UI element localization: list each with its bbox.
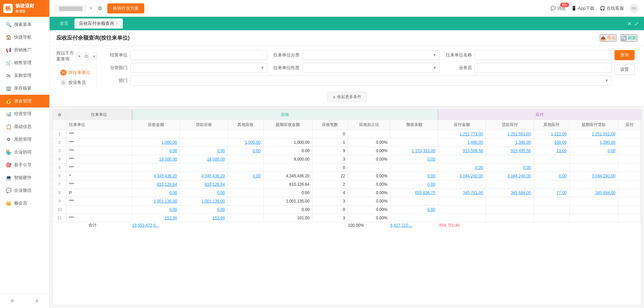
- filter-row-2: 分管部门 ▼ 往来单位性质 ▼ 业务员: [101, 63, 612, 73]
- marketing-icon: 📢: [5, 47, 11, 53]
- page-container: 应收应付余额查询(按往来单位) 📤 导出 🔄 刷新 按以下方案查询: [50, 30, 644, 308]
- total-other-pay: [534, 222, 569, 228]
- industry-btn[interactable]: 体验行业方案: [107, 3, 144, 13]
- col-group-row: ⚙ 往来单位 应收 应付: [53, 110, 641, 120]
- breadcrumb-area: ▓▓▓▓▓▓▓▓ ▼ ⚙ 体验行业方案: [55, 3, 546, 13]
- sidebar-item-wechat[interactable]: 💬 企业微信: [0, 184, 49, 197]
- total-prepay[interactable]: 6,417,215....: [390, 222, 438, 228]
- filter-item-name: 往来单位名称: [445, 50, 612, 60]
- collapse-conditions-btn[interactable]: ∧ 收起更多条件: [327, 92, 367, 102]
- filter-input-unit[interactable]: ···: [130, 50, 267, 60]
- chevron-icon-2: ▼: [260, 65, 264, 70]
- dots-icon: ···: [261, 53, 264, 57]
- filter-label-nature: 往来单位性质: [273, 65, 300, 71]
- guide-icon: 🎯: [5, 162, 11, 168]
- chevron-icon-1: ▼: [433, 53, 437, 57]
- collapse-filter-btn[interactable]: «: [92, 52, 96, 60]
- settings-header[interactable]: ⚙: [53, 110, 66, 120]
- sidebar-item-label: 营销推广: [14, 47, 32, 53]
- sidebar-item-corp[interactable]: 🏪 企业协同: [0, 146, 49, 159]
- sidebar-item-label: 系统管理: [14, 136, 32, 142]
- filter-input-salesman[interactable]: ···: [475, 63, 612, 73]
- sidebar-item-guide[interactable]: 🎯 新手引导: [0, 159, 49, 171]
- filter-item-category: 往来单位分类 ▼: [273, 50, 439, 60]
- sidebar-item-quick[interactable]: 🏠 快捷导航: [0, 31, 49, 44]
- table-row: 8P0.000.000.0040.00%655,636.75345,761.00…: [53, 189, 641, 197]
- collapse-btn[interactable]: ⏸: [33, 297, 41, 305]
- scheme-icon-unit: 畅: [60, 70, 66, 76]
- filter-label-salesman: 业务员: [445, 65, 472, 71]
- settings-filter-btn[interactable]: ⊙: [84, 52, 89, 60]
- tab-bar-right: ✕ ⤢: [627, 20, 639, 27]
- sidebar-item-label: 销售管理: [14, 60, 32, 66]
- avatar-text: Rit: [632, 6, 636, 10]
- home-icon: 🏠: [5, 35, 11, 40]
- receivable-group-header: 应收: [132, 110, 438, 120]
- online-service-btn[interactable]: 🎧 在线客服: [600, 5, 624, 11]
- app-download-btn[interactable]: 📱 App下载: [571, 5, 594, 11]
- message-btn[interactable]: 💬 消息 99+: [550, 5, 566, 11]
- table-row: 1***01,252,773.001,251,551.001,222.001,2…: [53, 130, 641, 138]
- gear-button[interactable]: ⚙: [95, 4, 105, 13]
- total-pay-amt: -654,751.40: [438, 222, 486, 228]
- filter-item-nature: 往来单位性质 ▼: [273, 63, 439, 73]
- sidebar-item-finance[interactable]: 💰 资金管理: [0, 95, 49, 107]
- close-window-icon[interactable]: ✕: [627, 20, 632, 27]
- message-icon: 💬: [550, 6, 556, 11]
- total-row: 合计 19,553,472,6... 100.00% 6,417,215....…: [53, 222, 641, 228]
- logo-icon: 畅: [3, 4, 13, 13]
- total-recv-amt[interactable]: 19,553,472,6...: [132, 222, 180, 228]
- add-filter-btn[interactable]: +: [77, 52, 82, 60]
- tab-receivable[interactable]: 应收应付余额查询 ×: [74, 18, 123, 29]
- refresh-button[interactable]: 🔄 刷新: [621, 34, 637, 42]
- chevron-icon-4: ▼: [605, 78, 609, 83]
- filter-label-unit: 结算单位: [101, 52, 127, 58]
- scheme-item-by-unit[interactable]: 畅 按往来单位: [56, 68, 96, 78]
- sidebar-item-marketing[interactable]: 📢 营销推广: [0, 44, 49, 56]
- filter-input-dept[interactable]: ▼: [130, 63, 267, 73]
- maximize-icon[interactable]: ⤢: [634, 20, 639, 27]
- filter-input-department[interactable]: ▼: [130, 76, 612, 86]
- avatar[interactable]: Rit: [629, 4, 639, 13]
- sidebar-item-operation[interactable]: 📊 经营管理: [0, 107, 49, 120]
- sidebar-item-sales[interactable]: 🛒 销售管理: [0, 56, 49, 69]
- tab-receivable-label: 应收应付余额查询: [79, 20, 114, 27]
- filter-label-dept: 分管部门: [101, 65, 127, 71]
- dots-icon-2: ···: [605, 65, 609, 70]
- sidebar-item-hardware[interactable]: 💻 智能硬件: [0, 171, 49, 184]
- sidebar-item-label: 快捷导航: [14, 34, 32, 40]
- tab-close-icon[interactable]: ×: [116, 21, 118, 26]
- sidebar-item-purchase[interactable]: 🛍 采购管理: [0, 69, 49, 82]
- page-actions: 📤 导出 🔄 刷新: [600, 34, 637, 42]
- tab-home-label: 首页: [60, 20, 68, 27]
- table-row: 5***00.000.00: [53, 164, 641, 172]
- sales-icon: 🛒: [5, 60, 11, 65]
- sidebar-menu: 🔍 搜索菜单 🏠 快捷导航 📢 营销推广 🛒 销售管理 🛍 采购管理 🏢 库存核…: [0, 17, 49, 294]
- filter-input-nature[interactable]: ▼: [302, 63, 439, 73]
- filter-input-name[interactable]: [475, 50, 612, 60]
- set-button[interactable]: 设置: [614, 64, 635, 75]
- finance-icon: 💰: [5, 98, 11, 104]
- app-download-label: App下载: [578, 5, 594, 11]
- query-button[interactable]: 查询: [614, 50, 635, 60]
- th-loan-pay: 贷款应付: [486, 120, 534, 130]
- settings-bottom-btn[interactable]: ⚙: [8, 297, 16, 305]
- th-overdue-recv: 超期应收金额: [263, 120, 312, 130]
- filter-input-category[interactable]: ▼: [302, 50, 439, 60]
- table-row: 4***18,000.0018,000.009,000.0030.00%0.00: [53, 155, 641, 164]
- filter-item-department: 部门 ▼: [101, 76, 612, 86]
- table-row: 3***0.000.000.000.0090.00%2,153,333.0091…: [53, 147, 641, 155]
- sidebar-item-member[interactable]: 👑 畅会员: [0, 197, 49, 210]
- sidebar-item-inventory[interactable]: 🏢 库存核算: [0, 82, 49, 95]
- tab-home[interactable]: 首页: [55, 18, 73, 29]
- sidebar-item-basic[interactable]: 📋 基础信息: [0, 120, 49, 133]
- sidebar-bottom: ⚙ ⏸: [0, 294, 49, 308]
- filter-header: 按以下方案查询 + ⊙ «: [56, 50, 96, 62]
- export-button[interactable]: 📤 导出: [600, 34, 616, 42]
- filter-fields: 结算单位 ··· 往来单位分类 ▼ 往来单位名称: [97, 50, 612, 89]
- sidebar-item-search[interactable]: 🔍 搜索菜单: [0, 18, 49, 31]
- scheme-item-by-salesman[interactable]: ⊙ 按业务员: [56, 78, 96, 88]
- sidebar-item-system[interactable]: ⚙ 系统管理: [0, 133, 49, 146]
- table-area: ⚙ 往来单位 应收 应付 往来单位 应收金额 贷款应收 其他应收 超期应收金额 …: [52, 109, 641, 305]
- total-overdue-pay: [570, 222, 619, 228]
